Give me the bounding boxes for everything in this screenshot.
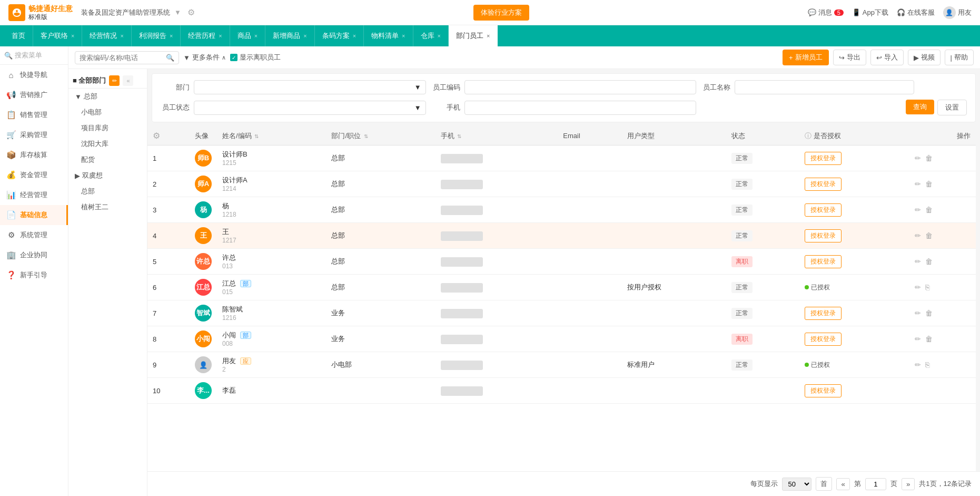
- view-button[interactable]: ▶ 视频: [908, 50, 941, 65]
- first-page-btn[interactable]: 首: [816, 477, 832, 491]
- edit-icon[interactable]: ✏: [915, 206, 921, 214]
- sidebar-item-inventory[interactable]: 📦 库存核算: [0, 145, 68, 165]
- reset-button[interactable]: 设置: [937, 100, 967, 115]
- close-icon[interactable]: ×: [303, 33, 306, 39]
- tab-customer[interactable]: 客户联络 ×: [33, 25, 82, 46]
- dept-tree-item-project[interactable]: 项目库房: [68, 120, 147, 136]
- next-page-btn[interactable]: »: [902, 478, 915, 490]
- delete-icon[interactable]: 🗑: [925, 257, 933, 266]
- system-dropdown-icon[interactable]: ▼: [174, 8, 181, 16]
- online-service-action[interactable]: 🎧 在线客服: [897, 8, 935, 17]
- current-page-input[interactable]: [865, 478, 886, 490]
- message-action[interactable]: 💬 消息 5: [808, 8, 844, 17]
- edit-icon[interactable]: ✏: [915, 283, 921, 291]
- sort-name-icon[interactable]: ⇅: [254, 133, 259, 139]
- delete-icon[interactable]: 🗑: [925, 206, 933, 214]
- tab-profit[interactable]: 利润报告 ×: [132, 25, 181, 46]
- authorize-button[interactable]: 授权登录: [805, 307, 842, 320]
- tab-operations[interactable]: 经营情况 ×: [82, 25, 131, 46]
- prev-page-btn[interactable]: «: [836, 478, 849, 490]
- per-page-select[interactable]: 50 20 100: [782, 478, 811, 491]
- edit-icon[interactable]: ✏: [915, 180, 921, 188]
- authorize-button[interactable]: 授权登录: [805, 255, 842, 268]
- authorize-button[interactable]: 授权登录: [805, 203, 842, 217]
- close-icon[interactable]: ×: [353, 33, 356, 39]
- filter-status-select[interactable]: ▼: [194, 101, 426, 115]
- delete-icon[interactable]: 🗑: [925, 180, 933, 188]
- authorize-button[interactable]: 授权登录: [805, 178, 842, 191]
- tab-journey[interactable]: 经营历程 ×: [181, 25, 230, 46]
- dept-edit-icon[interactable]: ✏: [109, 75, 120, 86]
- delete-icon[interactable]: 🗑: [925, 309, 933, 317]
- authorize-button[interactable]: 授权登录: [805, 384, 842, 397]
- sort-phone-icon[interactable]: ⇅: [457, 133, 461, 139]
- dept-tree-item-small-elec[interactable]: 小电部: [68, 104, 147, 120]
- close-icon[interactable]: ×: [487, 33, 490, 39]
- copy-icon[interactable]: ⎘: [925, 361, 929, 369]
- edit-icon[interactable]: ✏: [915, 309, 921, 317]
- delete-icon[interactable]: 🗑: [925, 231, 933, 240]
- dept-tree-item-headquarter[interactable]: ▼ 总部: [68, 89, 147, 104]
- edit-icon[interactable]: ✏: [915, 361, 921, 369]
- tab-warehouse[interactable]: 仓库 ×: [413, 25, 449, 46]
- sidebar-item-sales[interactable]: 📋 销售管理: [0, 105, 68, 125]
- filter-phone-input[interactable]: [464, 101, 697, 115]
- user-action[interactable]: 👤 用友: [943, 6, 972, 19]
- query-button[interactable]: 查询: [906, 100, 934, 114]
- dept-tree-item-hq2[interactable]: 总部: [68, 183, 147, 199]
- close-icon[interactable]: ×: [438, 33, 441, 39]
- close-icon[interactable]: ×: [71, 33, 74, 39]
- tab-add-goods[interactable]: 新增商品 ×: [265, 25, 314, 46]
- filter-more-btn[interactable]: ▼ 更多条件 ∧: [183, 53, 226, 62]
- dept-tree-item-shenyang[interactable]: 沈阳大库: [68, 136, 147, 152]
- tab-dept-staff[interactable]: 部门员工 ×: [449, 25, 498, 46]
- authorize-button[interactable]: 授权登录: [805, 152, 842, 165]
- dept-collapse-btn[interactable]: «: [123, 75, 133, 86]
- tab-goods[interactable]: 商品 ×: [230, 25, 265, 46]
- edit-icon[interactable]: ✏: [915, 257, 921, 266]
- sidebar-item-marketing[interactable]: 📢 营销推广: [0, 85, 68, 105]
- tab-bom[interactable]: 物料清单 ×: [364, 25, 413, 46]
- filter-empname-input[interactable]: [735, 80, 914, 94]
- close-icon[interactable]: ×: [402, 33, 405, 39]
- sidebar-item-finance[interactable]: 💰 资金管理: [0, 165, 68, 185]
- sidebar-search[interactable]: 🔍 搜索菜单: [0, 46, 68, 65]
- sidebar-item-basic[interactable]: 📄 基础信息: [0, 205, 68, 225]
- sidebar-item-enterprise[interactable]: 🏢 企业协同: [0, 245, 68, 265]
- edit-icon[interactable]: ✏: [915, 154, 921, 162]
- close-icon[interactable]: ×: [219, 33, 222, 39]
- dept-tree-item-shuangyu[interactable]: ▶ 双虞想: [68, 168, 147, 183]
- help-button[interactable]: | 帮助: [945, 50, 974, 65]
- authorize-button[interactable]: 授权登录: [805, 229, 842, 242]
- sidebar-item-shortcut[interactable]: ⌂ 快捷导航: [0, 65, 68, 85]
- close-icon[interactable]: ×: [254, 33, 258, 39]
- sidebar-item-operations[interactable]: 📊 经营管理: [0, 185, 68, 205]
- delete-icon[interactable]: 🗑: [925, 335, 933, 343]
- delete-icon[interactable]: 🗑: [925, 154, 933, 162]
- edit-icon[interactable]: ✏: [915, 231, 921, 240]
- app-download-action[interactable]: 📱 App下载: [852, 8, 888, 17]
- copy-icon[interactable]: ⎘: [925, 283, 929, 291]
- show-inactive-checkbox[interactable]: ✓: [230, 54, 237, 61]
- trial-button[interactable]: 体验行业方案: [473, 5, 529, 21]
- search-input[interactable]: [80, 54, 164, 62]
- sidebar-item-purchase[interactable]: 🛒 采购管理: [0, 125, 68, 145]
- filter-dept-select[interactable]: ▼: [194, 80, 426, 94]
- edit-icon[interactable]: ✏: [915, 335, 921, 343]
- dept-tree-item-distribution[interactable]: 配货: [68, 152, 147, 168]
- filter-empcode-input[interactable]: [464, 80, 697, 94]
- table-settings-icon[interactable]: ⚙: [153, 131, 160, 140]
- sort-dept-icon[interactable]: ⇅: [364, 133, 368, 139]
- tab-barcode[interactable]: 条码方案 ×: [315, 25, 364, 46]
- dept-tree-item-plant[interactable]: 植树王二: [68, 199, 147, 215]
- import-button[interactable]: ↩ 导入: [870, 50, 904, 65]
- authorize-button[interactable]: 授权登录: [805, 333, 842, 346]
- tab-home[interactable]: 首页: [4, 25, 33, 46]
- export-button[interactable]: ↪ 导出: [833, 50, 866, 65]
- sidebar-item-system[interactable]: ⚙ 系统管理: [0, 225, 68, 245]
- search-submit-icon[interactable]: 🔍: [166, 54, 174, 62]
- close-icon[interactable]: ×: [170, 33, 173, 39]
- close-icon[interactable]: ×: [120, 33, 123, 39]
- settings-icon[interactable]: ⚙: [187, 7, 195, 17]
- sidebar-item-guide[interactable]: ❓ 新手引导: [0, 265, 68, 285]
